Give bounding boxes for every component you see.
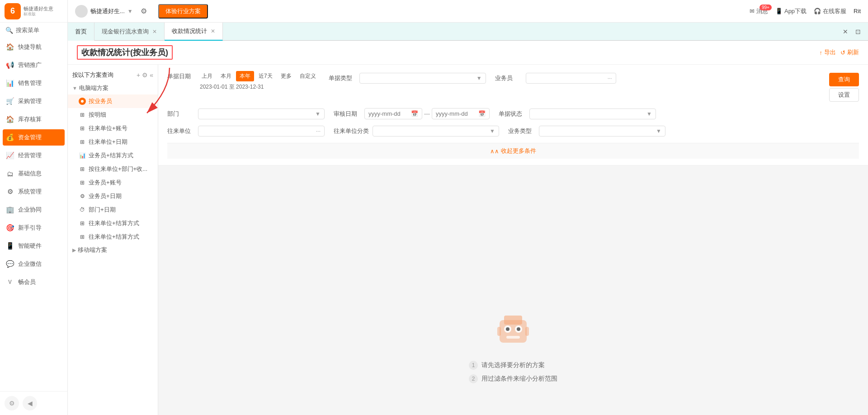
topbar-settings-icon[interactable]: ⚙ — [137, 5, 150, 18]
doc-type-label: 单据类型 — [329, 74, 356, 82]
partner-select[interactable]: ··· — [198, 126, 325, 137]
date-tab-this-year[interactable]: 本年 — [236, 71, 254, 81]
scheme-item-by-detail[interactable]: ⊞ 按明细 — [68, 108, 158, 122]
query-button[interactable]: 查询 — [829, 73, 859, 86]
sidebar-item-member[interactable]: V 畅会员 — [0, 273, 67, 291]
messages-button[interactable]: ✉ 消息 99+ — [750, 7, 768, 15]
salesman-filter: 业务员 ··· — [495, 73, 616, 84]
date-tab-7days[interactable]: 近7天 — [255, 71, 276, 81]
footer-settings-btn[interactable]: ⚙ — [5, 396, 19, 410]
scheme-item-partner-dept[interactable]: ⊞ 按往来单位+部门+收... — [68, 162, 158, 176]
scheme-item-salesman-settle[interactable]: 📊 业务员+结算方式 — [68, 149, 158, 162]
sidebar-item-basic[interactable]: 🗂 基础信息 — [0, 165, 67, 183]
sidebar-item-system[interactable]: ⚙ 系统管理 — [0, 183, 67, 201]
biz-type-select[interactable]: ▼ — [539, 126, 665, 137]
scheme-icon: ⊞ — [79, 165, 86, 173]
partner-category-select[interactable]: ▼ — [373, 126, 499, 137]
settings-scheme-btn[interactable]: ⚙ — [142, 71, 148, 79]
trial-button[interactable]: 体验行业方案 — [158, 4, 208, 19]
partner-category-label: 往来单位分类 — [334, 127, 369, 135]
scheme-item-label: 业务员+日期 — [89, 192, 122, 200]
svg-point-4 — [506, 327, 509, 331]
refresh-button[interactable]: ↺ 刷新 — [840, 48, 859, 57]
scheme-item-partner-date[interactable]: ⊞ 往来单位+日期 — [68, 135, 158, 149]
audit-date-to[interactable]: 📅 — [432, 108, 490, 119]
mobile-group-label: 移动端方案 — [78, 246, 107, 254]
dept-filter: 部门 ▼ — [167, 108, 325, 119]
doc-type-filter: 单据类型 ▼ — [329, 73, 486, 84]
sidebar-item-operation[interactable]: 📈 经营管理 — [0, 146, 67, 165]
mobile-group-title[interactable]: ▶ 移动端方案 — [68, 244, 158, 256]
add-scheme-btn[interactable]: + — [137, 71, 140, 79]
sidebar-footer: ⚙ ◀ — [0, 391, 67, 415]
scheme-item-by-salesman[interactable]: 按业务员 — [68, 94, 158, 108]
scheme-item-label: 往来单位+结算方式 — [89, 219, 139, 227]
sidebar-item-wechat[interactable]: 💬 企业微信 — [0, 255, 67, 273]
tab-home[interactable]: 首页 — [68, 23, 94, 41]
date-tab-this-month[interactable]: 本月 — [217, 71, 235, 81]
salesman-select[interactable]: ··· — [526, 73, 616, 84]
tab-bar: 首页 现金银行流水查询 ✕ 收款情况统计 ✕ ✕ ⊡ — [68, 23, 868, 41]
online-service-button[interactable]: 🎧 在线客服 — [814, 7, 846, 15]
mobile-scheme-group: ▶ 移动端方案 — [68, 244, 158, 256]
partner-more-icon: ··· — [316, 128, 321, 134]
sidebar-item-purchase[interactable]: 🛒 采购管理 — [0, 92, 67, 110]
tab-collection-label: 收款情况统计 — [172, 27, 207, 35]
desktop-group-label: 电脑端方案 — [79, 84, 108, 92]
scheme-item-salesman-date[interactable]: ⚙ 业务员+日期 — [68, 189, 158, 203]
audit-date-from[interactable]: 📅 — [364, 108, 422, 119]
sidebar-item-enterprise[interactable]: 🏢 企业协同 — [0, 201, 67, 219]
tab-collection-close[interactable]: ✕ — [211, 28, 215, 34]
tab-bank-close[interactable]: ✕ — [152, 28, 157, 35]
window-close-btn[interactable]: ✕ — [841, 27, 850, 36]
topbar-username: Rit — [854, 8, 861, 14]
collapse-filter-btn[interactable]: ∧∧ 收起更多条件 — [167, 143, 859, 159]
scheme-item-dept-date[interactable]: ⏱ 部门+日期 — [68, 203, 158, 217]
window-maximize-btn[interactable]: ⊡ — [854, 27, 863, 36]
date-tab-last-month[interactable]: 上月 — [198, 71, 216, 81]
scheme-item-partner-account[interactable]: ⊞ 往来单位+账号 — [68, 122, 158, 135]
refresh-icon: ↺ — [840, 49, 845, 56]
audit-date-from-input[interactable] — [368, 110, 409, 117]
sidebar-search[interactable]: 🔍 搜索菜单 — [0, 23, 67, 38]
doc-status-select[interactable]: ▼ — [529, 108, 656, 119]
sidebar-item-inventory[interactable]: 🏠 库存核算 — [0, 110, 67, 128]
sidebar-item-newbie[interactable]: 🎯 新手引导 — [0, 219, 67, 237]
content-area: 按以下方案查询 + ⚙ « ▼ 电脑端方案 按业务员 ⊞ 按 — [68, 65, 868, 415]
settings-button[interactable]: 设置 — [829, 88, 859, 102]
sidebar-item-hardware[interactable]: 📱 智能硬件 — [0, 237, 67, 255]
footer-collapse-btn[interactable]: ◀ — [23, 396, 37, 410]
biz-type-dropdown-icon: ▼ — [656, 128, 661, 134]
export-button[interactable]: ↑ 导出 — [820, 48, 836, 57]
scheme-icon: ⚙ — [79, 193, 86, 200]
scheme-item-partner-settle2[interactable]: ⊞ 往来单位+结算方式 — [68, 230, 158, 244]
placeholder-steps: 1 请先选择要分析的方案 2 用过滤条件来缩小分析范围 — [469, 361, 557, 388]
calendar-icon[interactable]: 📅 — [478, 110, 486, 117]
desktop-group-title[interactable]: ▼ 电脑端方案 — [68, 82, 158, 94]
sidebar-item-finance[interactable]: 💰 资金管理 — [3, 129, 65, 146]
doc-type-dropdown-icon: ▼ — [476, 75, 482, 81]
sidebar-logo: 6 畅捷通好生意 标准版 — [0, 0, 67, 23]
collapse-scheme-btn[interactable]: « — [150, 71, 153, 79]
tab-bank[interactable]: 现金银行流水查询 ✕ — [94, 23, 165, 41]
dept-select[interactable]: ▼ — [198, 108, 325, 119]
sidebar-item-sales[interactable]: 📊 销售管理 — [0, 74, 67, 92]
audit-date-to-input[interactable] — [436, 110, 476, 117]
right-panel: 单据日期 上月 本月 本年 近7天 更多 自定义 2023-01-0 — [158, 65, 868, 415]
step-1-text: 请先选择要分析的方案 — [481, 361, 545, 369]
tab-collection[interactable]: 收款情况统计 ✕ — [165, 23, 223, 41]
doc-status-filter: 单据状态 ▼ — [499, 108, 656, 119]
scheme-item-label: 按明细 — [89, 111, 106, 119]
sidebar-item-marketing[interactable]: 📢 营销推广 — [0, 56, 67, 74]
calendar-icon[interactable]: 📅 — [411, 110, 418, 117]
date-tab-more[interactable]: 更多 — [277, 71, 295, 81]
app-download-button[interactable]: 📱 App下载 — [775, 7, 807, 15]
page-header: 收款情况统计(按业务员) ↑ 导出 ↺ 刷新 — [68, 41, 868, 65]
sidebar-item-quicknav[interactable]: 🏠 快捷导航 — [0, 38, 67, 56]
date-tab-custom[interactable]: 自定义 — [296, 71, 320, 81]
topbar-dropdown-icon[interactable]: ▼ — [127, 8, 133, 14]
scheme-item-partner-settle1[interactable]: ⊞ 往来单位+结算方式 — [68, 217, 158, 230]
scheme-item-salesman-account[interactable]: ⊞ 业务员+账号 — [68, 176, 158, 189]
doc-type-select[interactable]: ▼ — [359, 73, 486, 84]
svg-point-5 — [517, 327, 520, 331]
